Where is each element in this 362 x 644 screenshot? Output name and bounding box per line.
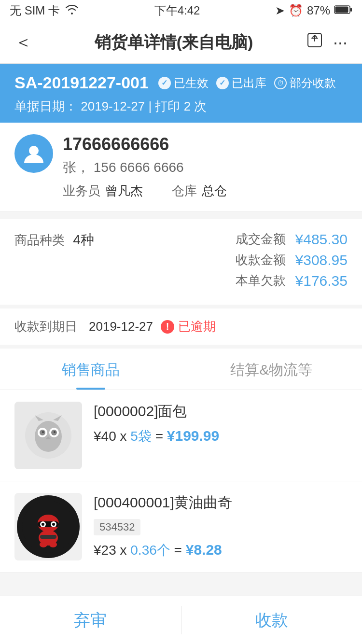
check-icon-2: ✓: [216, 77, 229, 89]
sales-person-meta: 业务员 曾凡杰: [63, 182, 143, 199]
svg-rect-1: [335, 7, 348, 13]
status-badges: ✓ 已生效 ✓ 已出库 ⏱ 部分收款: [158, 75, 336, 91]
warehouse-value: 总仓: [202, 182, 227, 199]
amount-summary: 成交金额 ¥485.30 收款金额 ¥308.95 本单欠款 ¥176.35: [236, 231, 348, 293]
svg-point-26: [49, 542, 57, 547]
status-bar: 无 SIM 卡 下午4:42 ➤ ⏰ 87%: [0, 0, 362, 21]
deal-amount-value: ¥485.30: [295, 231, 348, 248]
product-qty-bread: 5袋: [130, 429, 152, 444]
status-partial-payment: ⏱ 部分收款: [274, 75, 336, 91]
product-thumb-cookies: [14, 493, 82, 560]
nav-title: 销货单详情(来自电脑): [42, 31, 306, 54]
svg-point-12: [54, 431, 56, 433]
svg-point-25: [40, 542, 47, 547]
battery-text: 87%: [307, 4, 330, 17]
overdue-icon: !: [161, 320, 174, 334]
customer-id: 17666666666: [63, 134, 348, 154]
order-header-row1: SA-20191227-001 ✓ 已生效 ✓ 已出库 ⏱ 部分收款: [14, 73, 348, 92]
nav-right: ···: [306, 31, 348, 53]
customer-meta: 业务员 曾凡杰 仓库 总仓: [63, 182, 348, 199]
product-name-bread: [0000002]面包: [94, 402, 348, 421]
svg-point-4: [29, 146, 39, 155]
wifi-icon: [65, 4, 79, 17]
product-info-cookies: [000400001]黄油曲奇 534532 ¥23 x 0.36个 = ¥8.…: [94, 493, 348, 560]
customer-avatar: [14, 134, 53, 173]
check-icon-1: ✓: [158, 77, 171, 89]
product-price-cookies: ¥23 x 0.36个 = ¥8.28: [94, 541, 348, 560]
due-date-section: 收款到期日 2019-12-27 ! 已逾期: [0, 308, 362, 349]
svg-rect-2: [350, 8, 352, 12]
svg-rect-24: [40, 535, 56, 539]
svg-point-11: [42, 431, 44, 433]
svg-point-22: [52, 523, 55, 526]
more-button[interactable]: ···: [333, 32, 348, 53]
order-id: SA-20191227-001: [14, 73, 149, 92]
due-date-label: 收款到期日: [14, 318, 77, 335]
product-thumb-bread: [14, 402, 82, 469]
due-date-value: 2019-12-27: [89, 319, 153, 334]
status-right: ➤ ⏰ 87%: [275, 4, 352, 17]
location-icon: ➤: [275, 4, 285, 17]
product-type-count: 4种: [73, 232, 94, 247]
order-header: SA-20191227-001 ✓ 已生效 ✓ 已出库 ⏱ 部分收款 单据日期：…: [0, 64, 362, 123]
nav-bar: ＜ 销货单详情(来自电脑) ···: [0, 21, 362, 64]
status-left: 无 SIM 卡: [10, 3, 79, 18]
owed-amount-row: 本单欠款 ¥176.35: [236, 272, 348, 289]
back-button[interactable]: ＜: [14, 30, 42, 54]
product-name-cookies: [000400001]黄油曲奇: [94, 493, 348, 513]
product-info-bread: [0000002]面包 ¥40 x 5袋 = ¥199.99: [94, 402, 348, 469]
product-type-info: 商品种类 4种: [14, 231, 94, 249]
cancel-review-button[interactable]: 弃审: [0, 596, 181, 644]
battery-icon: [334, 4, 352, 17]
product-qty-cookies: 0.36个: [130, 543, 170, 558]
alarm-icon: ⏰: [289, 4, 303, 17]
warehouse-meta: 仓库 总仓: [172, 182, 227, 199]
product-item-bread: [0000002]面包 ¥40 x 5袋 = ¥199.99: [0, 390, 362, 481]
carrier-text: 无 SIM 卡: [10, 3, 60, 18]
product-tabs: 销售商品 结算&物流等: [0, 349, 362, 390]
overdue-text: 已逾期: [178, 318, 216, 335]
owed-amount-value: ¥176.35: [295, 273, 348, 289]
customer-info: 17666666666 张， 156 6666 6666 业务员 曾凡杰 仓库 …: [63, 134, 348, 199]
time-display: 下午4:42: [154, 3, 200, 18]
received-amount-value: ¥308.95: [295, 252, 348, 268]
clock-icon: ⏱: [274, 77, 287, 89]
svg-point-21: [42, 523, 44, 526]
share-button[interactable]: [306, 31, 323, 53]
customer-phone: 张， 156 6666 6666: [63, 158, 348, 177]
status-shipped: ✓ 已出库: [216, 75, 266, 91]
tab-sales-products[interactable]: 销售商品: [0, 349, 181, 390]
bottom-action-bar: 弃审 收款: [0, 596, 362, 644]
status-activated: ✓ 已生效: [158, 75, 209, 91]
tab-settlement-logistics[interactable]: 结算&物流等: [181, 349, 362, 390]
product-sku-cookies: 534532: [94, 519, 140, 535]
overdue-badge: ! 已逾期: [161, 318, 216, 335]
summary-section: 商品种类 4种 成交金额 ¥485.30 收款金额 ¥308.95 本单欠款 ¥…: [0, 219, 362, 308]
product-total-bread: ¥199.99: [167, 428, 219, 444]
customer-section: 17666666666 张， 156 6666 6666 业务员 曾凡杰 仓库 …: [0, 123, 362, 211]
deal-amount-row: 成交金额 ¥485.30: [236, 231, 348, 248]
product-item-cookies: [000400001]黄油曲奇 534532 ¥23 x 0.36个 = ¥8.…: [0, 481, 362, 573]
product-price-bread: ¥40 x 5袋 = ¥199.99: [94, 427, 348, 446]
received-amount-row: 收款金额 ¥308.95: [236, 252, 348, 268]
sales-person-value: 曾凡杰: [105, 182, 143, 199]
products-list: [0000002]面包 ¥40 x 5袋 = ¥199.99: [0, 390, 362, 573]
order-date-info: 单据日期： 2019-12-27 | 打印 2 次: [14, 98, 348, 115]
product-total-cookies: ¥8.28: [186, 542, 222, 558]
collect-payment-button[interactable]: 收款: [181, 596, 362, 644]
